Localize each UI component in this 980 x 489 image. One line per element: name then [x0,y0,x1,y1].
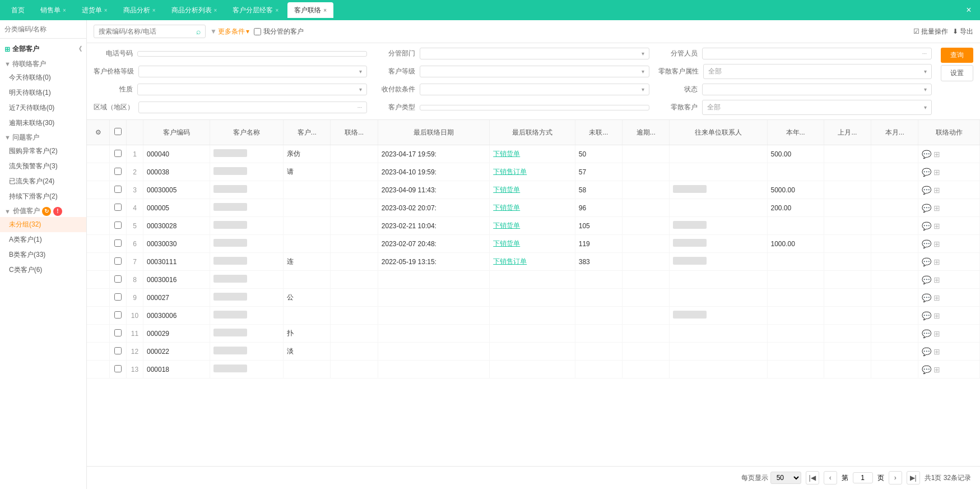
sidebar-item-overdue[interactable]: 逾期未联络(30) [0,116,86,131]
chat-icon[interactable]: 💬 [922,365,931,374]
first-page-button[interactable]: |◀ [806,471,819,485]
grid-action-icon[interactable]: ⊞ [933,275,940,284]
reset-button[interactable]: 设置 [941,65,973,81]
export-button[interactable]: ⬇ 导出 [953,27,973,36]
dept-select[interactable]: ▾ [420,48,649,59]
grid-action-icon[interactable]: ⊞ [933,329,940,338]
batch-ops-button[interactable]: ☑ 批量操作 [913,27,948,36]
last-method-link[interactable]: 下销货单 [493,150,520,158]
row-checkbox[interactable] [114,329,122,336]
chat-icon[interactable]: 💬 [922,168,931,177]
collapse-icon[interactable]: 《 [76,45,82,53]
chat-icon[interactable]: 💬 [922,311,931,320]
row-checkbox[interactable] [114,204,122,211]
grid-action-icon[interactable]: ⊞ [933,365,940,374]
sidebar-item-declining[interactable]: 持续下滑客户(2) [0,189,86,204]
nav-tab-sales[interactable]: 销售单 × [34,2,73,18]
search-input[interactable] [99,27,194,35]
region-input[interactable]: ··· [138,102,367,113]
row-checkbox[interactable] [114,311,122,319]
page-number-input[interactable] [853,472,873,483]
chat-icon[interactable]: 💬 [922,150,931,159]
sidebar-item-class-a[interactable]: A类客户(1) [0,232,86,247]
retail-attr-select[interactable]: 全部▾ [703,64,932,79]
chat-icon[interactable]: 💬 [922,329,931,338]
sidebar-item-churn-warning[interactable]: 流失预警客户(3) [0,159,86,174]
grid-action-icon[interactable]: ⊞ [933,222,940,230]
sidebar-item-class-b[interactable]: B类客户(33) [0,247,86,262]
row-checkbox[interactable] [114,365,122,372]
nav-close-button[interactable]: × [962,3,976,17]
close-icon[interactable]: × [323,7,327,13]
nature-select[interactable]: ▾ [137,84,367,95]
search-button[interactable]: 查询 [941,48,973,63]
grid-action-icon[interactable]: ⊞ [933,204,940,213]
chat-icon[interactable]: 💬 [922,222,931,230]
row-checkbox[interactable] [114,293,122,301]
chat-icon[interactable]: 💬 [922,293,931,302]
chat-icon[interactable]: 💬 [922,347,931,356]
close-icon[interactable]: × [152,7,156,13]
customer-level-select[interactable]: ▾ [420,66,649,77]
last-method-link[interactable]: 下销货单 [493,204,520,211]
grid-action-icon[interactable]: ⊞ [933,150,940,159]
row-checkbox[interactable] [114,239,122,247]
grid-action-icon[interactable]: ⊞ [933,257,940,266]
last-method-link[interactable]: 下销货单 [493,239,520,247]
payment-select[interactable]: ▾ [420,84,649,95]
grid-action-icon[interactable]: ⊞ [933,168,940,177]
row-checkbox[interactable] [114,222,122,229]
close-icon[interactable]: × [275,7,278,13]
manager-input[interactable]: ··· [702,48,932,59]
all-customers-header[interactable]: ⊞ 全部客户 《 [0,41,86,57]
customer-type-input[interactable] [420,105,649,110]
sidebar-item-abnormal[interactable]: 囤购异常客户(2) [0,144,86,159]
row-checkbox[interactable] [114,150,122,157]
last-method-link[interactable]: 下销货单 [493,186,520,193]
chat-icon[interactable]: 💬 [922,239,931,248]
sidebar-item-class-c[interactable]: C类客户(6) [0,262,86,278]
chat-icon[interactable]: 💬 [922,186,931,195]
grid-action-icon[interactable]: ⊞ [933,239,940,248]
sidebar-item-churned[interactable]: 已流失客户(24) [0,174,86,189]
nav-tab-analysis[interactable]: 商品分析 × [117,2,162,18]
sidebar-item-ungroup[interactable]: 未分组(32) [0,217,86,232]
nav-tab-purchase[interactable]: 进货单 × [75,2,114,18]
price-level-select[interactable]: ▾ [138,66,367,77]
close-icon[interactable]: × [214,7,217,13]
search-icon[interactable]: ⌕ [196,27,201,36]
sidebar-item-today[interactable]: 今天待联络(0) [0,70,86,85]
phone-input[interactable] [137,51,367,57]
sidebar-item-tomorrow[interactable]: 明天待联络(1) [0,85,86,100]
nav-tab-customer-layer[interactable]: 客户分层经客 × [226,2,285,18]
close-icon[interactable]: × [63,7,66,13]
grid-action-icon[interactable]: ⊞ [933,293,940,302]
last-method-link[interactable]: 下销货单 [493,222,520,229]
chat-icon[interactable]: 💬 [922,204,931,213]
more-conditions-button[interactable]: ▼ 更多条件 ▾ [210,27,249,36]
sidebar-item-7days[interactable]: 近7天待联络(0) [0,100,86,116]
select-all-checkbox[interactable] [114,128,122,135]
chat-icon[interactable]: 💬 [922,257,931,266]
row-checkbox[interactable] [114,186,122,193]
nav-tab-analysis-list[interactable]: 商品分析列表 × [165,2,224,18]
next-page-button[interactable]: › [889,471,902,485]
grid-action-icon[interactable]: ⊞ [933,186,940,195]
row-checkbox[interactable] [114,168,122,175]
nav-tab-customer-contact[interactable]: 客户联络 × [287,2,333,18]
last-method-link[interactable]: 下销售订单 [493,168,527,176]
nav-tab-home[interactable]: 首页 [4,2,31,18]
page-size-select[interactable]: 50 20 100 [770,472,801,484]
grid-action-icon[interactable]: ⊞ [933,347,940,356]
sidebar-search-input[interactable] [4,25,87,33]
last-method-link[interactable]: 下销售订单 [493,257,527,265]
grid-action-icon[interactable]: ⊞ [933,311,940,320]
my-customers-checkbox[interactable] [254,28,261,35]
last-page-button[interactable]: ▶| [907,471,920,485]
status-select[interactable]: ▾ [702,84,932,95]
close-icon[interactable]: × [104,7,108,13]
chat-icon[interactable]: 💬 [922,275,931,284]
row-checkbox[interactable] [114,347,122,354]
row-checkbox[interactable] [114,275,122,283]
prev-page-button[interactable]: ‹ [824,471,837,485]
